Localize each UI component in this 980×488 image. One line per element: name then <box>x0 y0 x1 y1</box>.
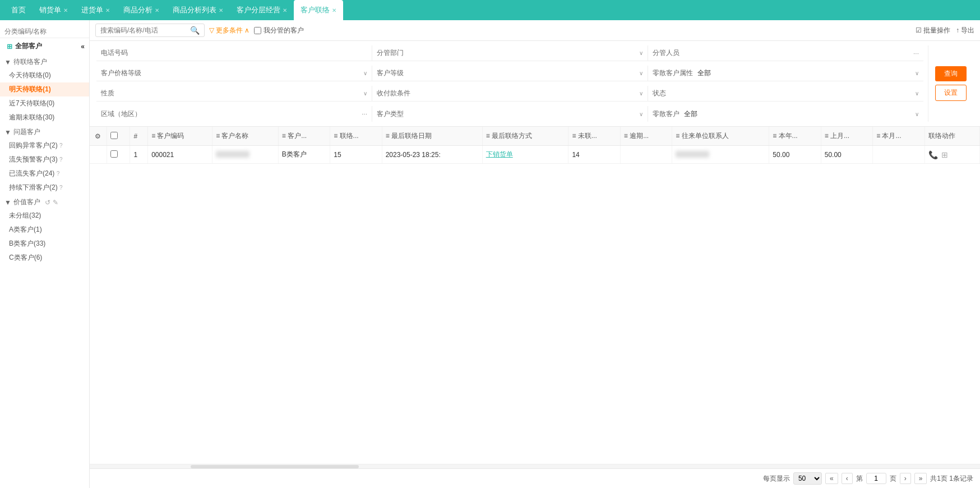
sidebar-item-tomorrow[interactable]: 明天待联络(1) <box>0 82 89 96</box>
sidebar-item-class-b[interactable]: B类客户(33) <box>0 237 89 251</box>
edit-icon[interactable]: ✎ <box>53 199 58 206</box>
contact-method-link[interactable]: 下销货单 <box>486 150 513 158</box>
th-last-contact-method[interactable]: ≡ 最后联络方式 <box>482 127 568 146</box>
th-gear[interactable]: ⚙ <box>90 127 107 146</box>
status-chevron-icon: ∨ <box>915 90 919 96</box>
th-last-month[interactable]: ≡ 上月... <box>821 127 872 146</box>
manager-dots-icon[interactable]: ··· <box>913 49 919 57</box>
td-customer-code: 000021 <box>148 146 212 164</box>
last-page-btn[interactable]: » <box>914 473 927 484</box>
status-select[interactable]: ∨ <box>671 90 919 96</box>
first-page-btn[interactable]: « <box>825 473 838 484</box>
nature-select[interactable]: ∨ <box>119 90 367 96</box>
td-customer-type: B类客户 <box>278 146 330 164</box>
th-customer-type[interactable]: ≡ 客户... <box>278 127 330 146</box>
nav-product-analysis[interactable]: 商品分析 ✕ <box>117 0 166 20</box>
per-page-select[interactable]: 50 100 200 <box>793 472 822 485</box>
more-action-icon[interactable]: ⊞ <box>941 150 948 159</box>
filter-cell-retail-attr: 零散客户属性 全部 ∨ <box>648 66 923 81</box>
region-label: 区域（地区） <box>101 109 141 119</box>
retail-select[interactable]: 全部 ∨ <box>684 109 919 119</box>
nav-purchase[interactable]: 进货单 ✕ <box>75 0 117 20</box>
bottom-bar: 每页显示 50 100 200 « ‹ 第 页 › » 共1页 1条记录 <box>90 468 980 488</box>
th-uncontacted[interactable]: ≡ 未联... <box>568 127 620 146</box>
page-number-input[interactable] <box>866 473 886 484</box>
sidebar-item-class-c[interactable]: C类客户(6) <box>0 251 89 265</box>
grid-icon: ⊞ <box>7 43 12 50</box>
filter-row-3: 性质 ∨ 收付款条件 ∨ <box>96 86 923 102</box>
th-customer-code[interactable]: ≡ 客户编码 <box>148 127 212 146</box>
problem-label: 问题客户 <box>13 127 40 137</box>
horizontal-scrollbar[interactable] <box>90 464 980 468</box>
select-all-checkbox[interactable] <box>110 132 118 139</box>
sidebar-all-customers[interactable]: ⊞ 全部客户 « <box>0 38 89 54</box>
sidebar-group-value[interactable]: ▼ 价值客户 ↺ ✎ <box>0 195 89 209</box>
dept-select[interactable]: ∨ <box>408 50 643 56</box>
sidebar-item-churn-warning[interactable]: 流失预警客户(3) ? <box>0 153 89 167</box>
query-btn[interactable]: 查询 <box>935 66 967 81</box>
dept-chevron-icon: ∨ <box>639 50 643 56</box>
nav-close-product-list[interactable]: ✕ <box>219 7 223 13</box>
th-unit-contact[interactable]: ≡ 往来单位联系人 <box>672 127 769 146</box>
sidebar-group-problem[interactable]: ▼ 问题客户 <box>0 125 89 139</box>
payment-select[interactable]: ∨ <box>415 90 643 96</box>
nav-close-customer-contact[interactable]: ✕ <box>332 7 336 13</box>
nav-home[interactable]: 首页 <box>4 0 33 20</box>
nature-label: 性质 <box>101 89 114 98</box>
sidebar-item-abnormal-repurchase[interactable]: 回购异常客户(2) ? <box>0 139 89 153</box>
nav-close-purchase[interactable]: ✕ <box>105 7 110 13</box>
th-this-year[interactable]: ≡ 本年... <box>769 127 821 146</box>
nav-close-product-analysis[interactable]: ✕ <box>155 7 159 13</box>
retail-attr-label: 零散客户属性 <box>653 68 693 78</box>
customer-level-select[interactable]: ∨ <box>408 70 643 76</box>
nav-customer-contact[interactable]: 客户联络 ✕ <box>294 0 343 20</box>
per-page-label: 每页显示 <box>763 474 790 484</box>
retail-attr-select[interactable]: 全部 ∨ <box>697 68 919 78</box>
total-label: 共1页 1条记录 <box>930 474 973 484</box>
collapse-icon[interactable]: « <box>81 43 85 50</box>
customer-type-select[interactable]: ∨ <box>408 111 643 117</box>
sidebar-item-7days[interactable]: 近7天待联络(0) <box>0 96 89 111</box>
sidebar-item-today[interactable]: 今天待联络(0) <box>0 68 89 82</box>
search-input[interactable] <box>100 26 190 34</box>
sidebar-item-declining[interactable]: 持续下滑客户(2) ? <box>0 181 89 195</box>
nav-product-list[interactable]: 商品分析列表 ✕ <box>166 0 230 20</box>
td-last-month: 50.00 <box>821 146 872 164</box>
nav-close-sales[interactable]: ✕ <box>63 7 68 13</box>
next-page-btn[interactable]: › <box>900 473 911 484</box>
prev-page-btn[interactable]: ‹ <box>842 473 853 484</box>
td-last-contact-method[interactable]: 下销货单 <box>482 146 568 164</box>
price-level-select[interactable]: ∨ <box>146 70 367 76</box>
sidebar-search-area: 🔍 <box>0 25 89 38</box>
search-icon[interactable]: 🔍 <box>190 26 200 35</box>
sidebar-item-churned[interactable]: 已流失客户(24) ? <box>0 167 89 181</box>
my-customers-checkbox-label[interactable]: 我分管的客户 <box>254 26 304 35</box>
more-filter-btn[interactable]: ▽ 更多条件 ∧ <box>209 26 249 35</box>
customer-table: ⚙ # ≡ 客户编码 ≡ 客户名称 ≡ 客户... ≡ 联络... ≡ 最后联络… <box>90 127 980 164</box>
phone-input[interactable] <box>132 49 367 57</box>
row-checkbox[interactable] <box>110 150 118 158</box>
filter-action-area: 查询 设置 <box>928 45 973 122</box>
nav-sales[interactable]: 销货单 ✕ <box>33 0 75 20</box>
export-btn[interactable]: ↑ 导出 <box>956 26 974 35</box>
sidebar-item-ungrouped[interactable]: 未分组(32) <box>0 209 89 223</box>
th-this-month[interactable]: ≡ 本月... <box>873 127 924 146</box>
sidebar-search-input[interactable] <box>4 27 89 35</box>
nav-close-customer-tier[interactable]: ✕ <box>283 7 287 13</box>
price-level-chevron-icon: ∨ <box>363 70 367 76</box>
settings-btn[interactable]: 设置 <box>935 85 967 101</box>
table-header-row: ⚙ # ≡ 客户编码 ≡ 客户名称 ≡ 客户... ≡ 联络... ≡ 最后联络… <box>90 127 980 146</box>
th-contact-count[interactable]: ≡ 联络... <box>330 127 382 146</box>
refresh-icon[interactable]: ↺ <box>45 199 50 206</box>
batch-op-btn[interactable]: ☑ 批量操作 <box>916 26 950 35</box>
my-customers-checkbox[interactable] <box>254 27 261 34</box>
region-dots-icon[interactable]: ··· <box>362 110 367 118</box>
sidebar-group-pending[interactable]: ▼ 待联络客户 <box>0 54 89 68</box>
phone-action-icon[interactable]: 📞 <box>928 150 938 159</box>
nav-customer-tier[interactable]: 客户分层经营 ✕ <box>230 0 294 20</box>
th-last-contact-date[interactable]: ≡ 最后联络日期 <box>382 127 482 146</box>
sidebar-item-overdue[interactable]: 逾期未联络(30) <box>0 111 89 125</box>
th-customer-name[interactable]: ≡ 客户名称 <box>212 127 279 146</box>
th-overdue[interactable]: ≡ 逾期... <box>620 127 672 146</box>
sidebar-item-class-a[interactable]: A类客户(1) <box>0 223 89 237</box>
